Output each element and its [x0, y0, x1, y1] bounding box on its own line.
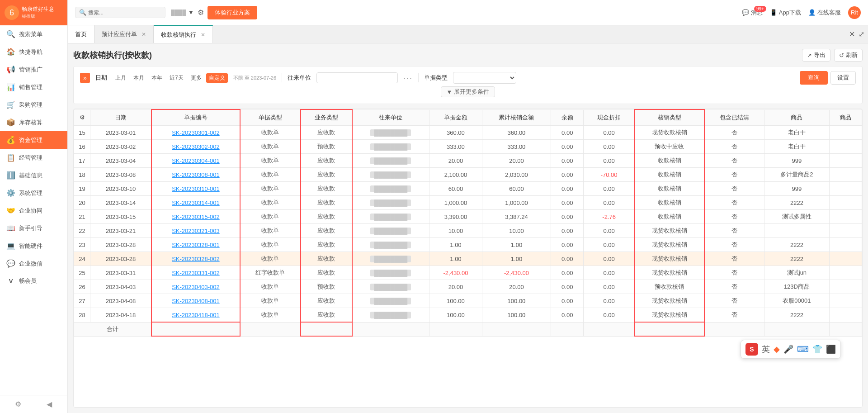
- industry-solution-button[interactable]: 体验行业方案: [208, 6, 257, 19]
- this-month-btn[interactable]: 本月: [131, 73, 147, 83]
- settings-bottom-btn[interactable]: ⚙: [5, 400, 32, 408]
- filter-toggle-btn[interactable]: »: [80, 73, 90, 83]
- table-row: 21 2023-03-15 SK-20230315-002 收款单 应收款 ██…: [74, 210, 862, 224]
- td-goods: 多计量商品2: [764, 168, 829, 182]
- sidebar-item-purchase[interactable]: 🛒 采购管理: [0, 96, 67, 114]
- doc-no-link[interactable]: SK-20230302-002: [172, 143, 220, 150]
- th-date[interactable]: 日期: [90, 109, 151, 126]
- th-doc-type[interactable]: 单据类型: [240, 109, 301, 126]
- tab-pending[interactable]: 预计应应付单 ✕: [94, 25, 154, 43]
- tab-receipts[interactable]: 收款核销执行 ✕: [154, 25, 213, 43]
- doc-no-link[interactable]: SK-20230304-001: [172, 157, 220, 164]
- doc-no-link[interactable]: SK-20230310-001: [172, 185, 220, 192]
- float-toolbar-keyboard-icon[interactable]: ⌨: [797, 344, 809, 354]
- sidebar-item-guide[interactable]: 📖 新手引导: [0, 219, 67, 237]
- expand-label: 展开更多条件: [454, 88, 489, 96]
- expand-conditions-btn[interactable]: ▼ 展开更多条件: [441, 86, 495, 97]
- tab-expand-icon[interactable]: ⤢: [859, 30, 864, 38]
- th-balance[interactable]: 余额: [551, 109, 584, 126]
- doc-no-link[interactable]: SK-20230418-001: [172, 312, 220, 318]
- last-7-days-btn[interactable]: 近7天: [167, 73, 186, 83]
- sidebar-item-wechat[interactable]: 💬 企业微信: [0, 255, 67, 272]
- tab-receipts-close[interactable]: ✕: [201, 32, 205, 38]
- td-biz-type: 预收款: [301, 280, 352, 294]
- filter-settings-button[interactable]: 设置: [830, 71, 856, 85]
- sidebar-item-finance[interactable]: 💰 资金管理: [0, 131, 67, 149]
- doc-no-link[interactable]: SK-20230403-002: [172, 284, 220, 290]
- custom-date-btn[interactable]: 自定义: [206, 73, 228, 83]
- online-service-btn[interactable]: 👤 在线客服: [808, 9, 841, 17]
- sidebar-item-hardware[interactable]: 💻 智能硬件: [0, 237, 67, 255]
- th-amount[interactable]: 单据金额: [429, 109, 482, 126]
- refresh-button[interactable]: ↺ 刷新: [834, 49, 863, 62]
- doc-no-link[interactable]: SK-20230328-001: [172, 242, 220, 248]
- sidebar-item-system[interactable]: ⚙️ 系统管理: [0, 184, 67, 202]
- app-download-btn[interactable]: 📱 App下载: [770, 9, 801, 17]
- sidebar-item-label: 采购管理: [19, 101, 42, 109]
- th-counterpart[interactable]: 往来单位: [352, 109, 429, 126]
- collapse-btn[interactable]: ◀: [36, 400, 63, 408]
- settings-icon[interactable]: ⚙: [198, 8, 204, 17]
- sidebar-item-marketing[interactable]: 📢 营销推广: [0, 61, 67, 78]
- td-doc-type: 收款单: [240, 210, 301, 224]
- td-writeoff-type: 现货收款核销: [635, 294, 704, 308]
- tab-close-icon[interactable]: ✕: [849, 30, 855, 38]
- float-toolbar-dot-icon[interactable]: ◆: [774, 344, 780, 354]
- table-row: 25 2023-03-31 SK-20230331-002 红字收款单 应收款 …: [74, 266, 862, 280]
- sidebar-item-basic[interactable]: ℹ️ 基础信息: [0, 166, 67, 184]
- this-year-btn[interactable]: 本年: [149, 73, 165, 83]
- td-doc-type: 收款单: [240, 182, 301, 196]
- td-no: 26: [74, 280, 90, 294]
- th-include-settled[interactable]: 包含已结清: [704, 109, 764, 126]
- tab-receipts-label: 收款核销执行: [161, 31, 196, 39]
- tab-home[interactable]: 首页: [68, 25, 94, 43]
- doc-no-link[interactable]: SK-20230328-002: [172, 256, 220, 262]
- td-discount: 0.00: [584, 140, 635, 154]
- counterpart-input[interactable]: [316, 72, 398, 83]
- float-toolbar-text-icon[interactable]: 英: [762, 344, 770, 355]
- doc-no-link[interactable]: SK-20230321-003: [172, 228, 220, 234]
- topbar-search-input[interactable]: [88, 9, 161, 16]
- th-writeoff[interactable]: 累计核销金额: [482, 109, 551, 126]
- doc-no-link[interactable]: SK-20230301-002: [172, 129, 220, 136]
- float-toolbar-shirt-icon[interactable]: 👕: [812, 344, 822, 354]
- last-month-btn[interactable]: 上月: [113, 73, 129, 83]
- sidebar-item-operation[interactable]: 📋 经营管理: [0, 149, 67, 166]
- topbar-dropdown[interactable]: ████ ▼: [171, 9, 194, 16]
- sidebar-item-search[interactable]: 🔍 搜索菜单: [0, 25, 67, 43]
- td-writeoff: 1.00: [482, 238, 551, 252]
- th-writeoff-type[interactable]: 核销类型: [635, 109, 704, 126]
- th-goods2[interactable]: 商品: [829, 109, 862, 126]
- th-doc-no[interactable]: 单据编号: [151, 109, 240, 126]
- user-avatar[interactable]: Rit: [848, 6, 861, 19]
- sidebar-item-member[interactable]: V 畅会员: [0, 272, 67, 290]
- doc-no-link[interactable]: SK-20230408-001: [172, 298, 220, 304]
- td-include-settled: 否: [704, 126, 764, 140]
- th-settings[interactable]: ⚙: [74, 109, 90, 126]
- float-toolbar-mic-icon[interactable]: 🎤: [783, 344, 793, 354]
- td-writeoff-type: 收款核销: [635, 154, 704, 168]
- export-button[interactable]: ↗ 导出: [802, 49, 830, 62]
- messages-btn[interactable]: 💬 消息 99+: [742, 9, 763, 17]
- sidebar-item-sales[interactable]: 📊 销售管理: [0, 78, 67, 96]
- voucher-type-select[interactable]: [453, 72, 516, 84]
- counterpart-dots[interactable]: ···: [403, 73, 413, 83]
- th-discount[interactable]: 现金折扣: [584, 109, 635, 126]
- float-toolbar-grid-icon[interactable]: ⬛: [826, 344, 836, 354]
- doc-no-link[interactable]: SK-20230331-002: [172, 270, 220, 276]
- doc-no-link[interactable]: SK-20230314-001: [172, 199, 220, 206]
- tab-pending-close[interactable]: ✕: [142, 31, 146, 38]
- td-date: 2023-03-28: [90, 238, 151, 252]
- th-biz-type[interactable]: 业务类型: [301, 109, 352, 126]
- table-row: 28 2023-04-18 SK-20230418-001 收款单 应收款 ██…: [74, 308, 862, 323]
- td-doc-type: 收款单: [240, 252, 301, 266]
- service-icon: 👤: [808, 9, 816, 16]
- sidebar-item-enterprise[interactable]: 🤝 企业协同: [0, 202, 67, 219]
- sidebar-item-quick[interactable]: 🏠 快捷导航: [0, 43, 67, 61]
- sidebar-item-inventory[interactable]: 📦 库存核算: [0, 114, 67, 131]
- more-date-btn[interactable]: 更多: [188, 73, 204, 83]
- th-goods[interactable]: 商品: [764, 109, 829, 126]
- doc-no-link[interactable]: SK-20230315-002: [172, 214, 220, 220]
- query-button[interactable]: 查询: [800, 71, 828, 85]
- doc-no-link[interactable]: SK-20230308-001: [172, 171, 220, 178]
